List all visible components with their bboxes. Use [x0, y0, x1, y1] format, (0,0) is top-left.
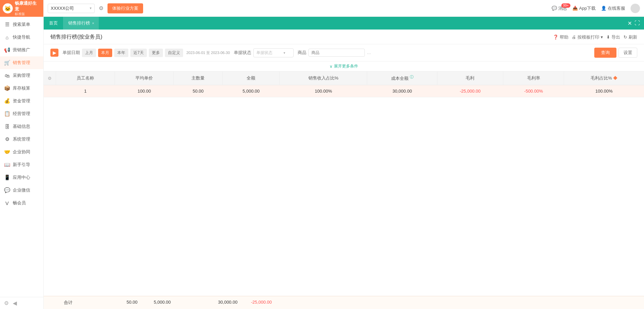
help-button[interactable]: ❓ 帮助 — [553, 34, 568, 40]
expand-area: ∨ 展开更多条件 — [44, 61, 644, 71]
date-this-month[interactable]: 本月 — [98, 49, 112, 57]
date-last-month[interactable]: 上月 — [82, 49, 96, 57]
sidebar-item-label: 采购管理 — [13, 72, 30, 79]
page-actions: ❓ 帮助 🖨 按模板打印 ▾ ⬇ 导出 ↻ 刷新 — [553, 34, 637, 40]
support-icon: 👤 — [601, 6, 606, 11]
sidebar-item-enterprise[interactable]: 🤝 企业协同 — [0, 146, 43, 158]
date-more[interactable]: 更多 — [149, 49, 163, 57]
bag-icon: 🛍 — [4, 73, 10, 79]
message-icon: 💬 — [552, 6, 557, 11]
help-icon: ❓ — [553, 35, 558, 40]
sidebar-item-base[interactable]: 🗄 基础信息 — [0, 120, 43, 133]
export-icon: ⬇ — [606, 35, 610, 40]
sidebar-menu: ☰ 搜索菜单 ⌂ 快捷导航 📢 营销推广 🛒 销售管理 🛍 采购管理 📦 库存核… — [0, 17, 43, 297]
sidebar-item-sales[interactable]: 🛒 销售管理 — [0, 56, 43, 69]
sidebar-collapse-icon[interactable]: ◀ — [13, 300, 17, 306]
date-7days[interactable]: 近7天 — [130, 49, 147, 57]
sidebar-item-label: 企业协同 — [13, 149, 30, 155]
download-icon: 📥 — [572, 6, 578, 11]
sidebar-item-apps[interactable]: 📱 应用中心 — [0, 171, 43, 184]
sidebar-item-label: 营销推广 — [13, 47, 30, 53]
footer-gross-pct — [308, 300, 339, 306]
col-settings[interactable]: ⚙ — [44, 71, 56, 85]
expand-label: 展开更多条件 — [334, 63, 358, 69]
online-support-label: 在线客服 — [608, 5, 625, 11]
sidebar-item-shortcut[interactable]: ⌂ 快捷导航 — [0, 31, 43, 44]
goods-filter-label: 商品 — [298, 50, 306, 56]
sidebar-item-system[interactable]: ⚙ 系统管理 — [0, 133, 43, 146]
search-menu-icon: ☰ — [4, 21, 10, 28]
tab-home[interactable]: 首页 — [44, 17, 63, 30]
tab-label: 销售排行榜 — [68, 20, 90, 26]
gear-icon: ⚙ — [4, 136, 10, 142]
expand-conditions-button[interactable]: ∨ 展开更多条件 — [330, 61, 358, 71]
online-support-button[interactable]: 👤 在线客服 — [601, 5, 625, 11]
query-button[interactable]: 查询 — [594, 48, 616, 58]
tab-home-label: 首页 — [49, 20, 58, 26]
sidebar-item-label: 畅会员 — [13, 200, 26, 206]
home-icon: ⌂ — [4, 35, 10, 40]
clipboard-icon: 📋 — [4, 111, 10, 117]
date-custom[interactable]: 自定义 — [165, 49, 183, 57]
toggle-icon: ▶ — [53, 50, 56, 55]
tab-sales-ranking[interactable]: 销售排行榜 × — [63, 17, 99, 30]
footer-amount: 5,000.00 — [147, 300, 177, 306]
filter-settings-button[interactable]: 设置 — [618, 48, 637, 58]
sidebar-item-search[interactable]: ☰ 搜索菜单 — [0, 18, 43, 31]
footer-label: 合计 — [60, 300, 87, 306]
message-button[interactable]: 💬 消息 99+ — [552, 5, 567, 11]
row-cost: 30,000.00 — [367, 85, 437, 97]
sidebar-item-inventory[interactable]: 📦 库存核算 — [0, 82, 43, 95]
footer-sales-pct — [177, 300, 211, 306]
sidebar-item-finance[interactable]: 💰 资金管理 — [0, 95, 43, 107]
settings-icon[interactable]: ⚙ — [99, 5, 103, 11]
col-gross-pct: 毛利占比% ◆ — [564, 71, 644, 85]
avatar[interactable] — [631, 4, 640, 13]
filter-toggle-button[interactable]: ▶ — [50, 49, 58, 57]
book-icon: 📖 — [4, 162, 10, 168]
chat-icon: 💬 — [4, 187, 10, 193]
row-qty: 50.00 — [174, 85, 223, 97]
gross-pct-icon: ◆ — [613, 75, 617, 81]
sidebar-item-operation[interactable]: 📋 经营管理 — [0, 107, 43, 120]
handshake-icon: 🤝 — [4, 149, 10, 155]
table-footer: 合计 50.00 5,000.00 30,000.00 -25,000.00 — [44, 296, 644, 309]
trial-button[interactable]: 体验行业方案 — [108, 3, 143, 13]
message-badge: 99+ — [561, 3, 570, 8]
tab-expand-icon[interactable]: ⛶ — [635, 20, 640, 26]
sidebar-item-marketing[interactable]: 📢 营销推广 — [0, 44, 43, 56]
app-download-button[interactable]: 📥 App下载 — [572, 5, 596, 11]
sidebar-item-guide[interactable]: 📖 新手引导 — [0, 158, 43, 171]
table-body: 1 100.00 50.00 5,000.00 100.00% 30,000.0… — [44, 85, 644, 97]
sidebar-settings-icon[interactable]: ⚙ — [4, 300, 9, 306]
sidebar-item-weixin[interactable]: 💬 企业微信 — [0, 184, 43, 197]
topbar-right: 💬 消息 99+ 📥 App下载 👤 在线客服 — [552, 4, 640, 13]
status-select[interactable]: 单据状态 ▾ — [253, 48, 294, 57]
filter-bar: ▶ 单据日期 上月 本月 本年 近7天 更多 自定义 2023-06-01 至 … — [44, 44, 644, 61]
select-arrow-icon: ▾ — [284, 51, 285, 55]
template-print-button[interactable]: 🖨 按模板打印 ▾ — [572, 34, 603, 40]
tab-close-icon[interactable]: × — [92, 21, 94, 25]
row-amount: 5,000.00 — [223, 85, 280, 97]
status-select-value: 单据状态 — [256, 50, 272, 56]
print-icon: 🖨 — [572, 35, 576, 40]
cost-info-icon: ⓘ — [410, 75, 414, 79]
export-button[interactable]: ⬇ 导出 — [606, 34, 620, 40]
sidebar-item-label: 搜索菜单 — [13, 21, 30, 28]
row-settings — [44, 85, 56, 97]
date-this-year[interactable]: 本年 — [114, 49, 128, 57]
tab-close-all-icon[interactable]: ✕ — [628, 20, 632, 27]
footer-gross-rate — [278, 300, 308, 306]
sidebar-item-purchase[interactable]: 🛍 采购管理 — [0, 69, 43, 82]
refresh-button[interactable]: ↻ 刷新 — [624, 34, 637, 40]
goods-input[interactable] — [308, 49, 365, 57]
app-name: 畅康通好生意 — [15, 1, 41, 12]
footer-qty: 50.00 — [117, 300, 147, 306]
company-selector[interactable]: XXXXX公司 ▾ — [48, 4, 95, 13]
sidebar-item-member[interactable]: V 畅会员 — [0, 197, 43, 209]
more-filter-icon[interactable]: … — [367, 50, 371, 55]
page-header: 销售排行榜(按业务员) ❓ 帮助 🖨 按模板打印 ▾ ⬇ 导出 ↻ 刷新 — [44, 30, 644, 44]
content: 销售排行榜(按业务员) ❓ 帮助 🖨 按模板打印 ▾ ⬇ 导出 ↻ 刷新 — [44, 30, 644, 309]
sidebar-item-label: 系统管理 — [13, 136, 30, 142]
status-filter-label: 单据状态 — [234, 50, 251, 56]
